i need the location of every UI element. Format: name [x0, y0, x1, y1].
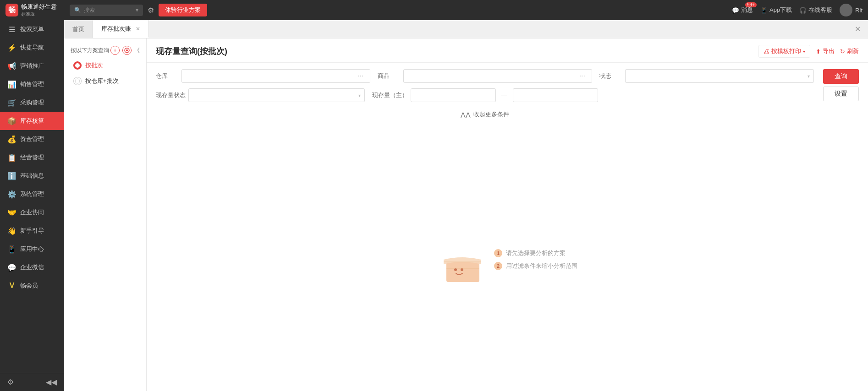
plan-icon-by-batch	[73, 61, 82, 70]
tab-bar-right: ✕	[851, 20, 868, 38]
add-plan-button[interactable]: +	[110, 46, 120, 55]
enterprise-coop-icon: 🤝	[7, 208, 16, 217]
app-center-icon: 📱	[7, 244, 16, 254]
refresh-button[interactable]: ↻ 刷新	[840, 47, 859, 55]
finance-icon: 💰	[7, 135, 16, 144]
sidebar-item-search-menu[interactable]: ☰ 搜索菜单	[0, 20, 64, 38]
sidebar-collapse-icon[interactable]: ◀◀	[46, 378, 57, 386]
sidebar-item-finance[interactable]: 💰 资金管理	[0, 130, 64, 148]
sidebar-settings-icon[interactable]: ⚙	[7, 378, 14, 386]
step-1-circle: 1	[494, 249, 502, 257]
sidebar-label-operations: 经营管理	[20, 153, 44, 162]
sidebar-item-purchase[interactable]: 🛒 采购管理	[0, 93, 64, 112]
system-icon: ⚙️	[7, 190, 16, 199]
basic-info-icon: ℹ️	[7, 171, 16, 180]
inventory-qty-from-wrapper[interactable]	[411, 88, 496, 102]
plan-item-by-warehouse-batch[interactable]: 按仓库+批次	[64, 73, 146, 89]
user-area[interactable]: Rit	[840, 4, 863, 16]
product-input-wrapper[interactable]: ···	[403, 69, 592, 83]
tab-close-icon[interactable]: ✕	[136, 26, 140, 32]
plan-icon-by-warehouse-batch	[73, 77, 82, 85]
plan-settings-button[interactable]	[122, 46, 132, 55]
inventory-qty-to-input[interactable]	[517, 92, 594, 99]
sidebar-label-new-user: 新手引导	[20, 227, 44, 235]
sidebar-label-vip-member: 畅会员	[20, 282, 38, 290]
warehouse-input-wrapper[interactable]: ···	[181, 69, 370, 83]
tab-bar: 首页 库存批次账 ✕ ✕	[64, 20, 868, 38]
export-button[interactable]: ⬆ 导出	[816, 47, 835, 55]
sidebar-item-new-user[interactable]: 👋 新手引导	[0, 222, 64, 240]
sidebar-label-marketing: 营销推广	[20, 62, 44, 70]
range-dash: —	[499, 92, 510, 99]
filter-status: 状态 ▾	[599, 69, 814, 83]
left-panel-header: 按以下方案查询 + 《	[64, 43, 146, 58]
page-header: 现存量查询(按批次) 🖨 按模板打印 ▾ ⬆ 导出 ↻	[147, 38, 868, 63]
print-label: 按模板打印	[771, 47, 801, 55]
sales-icon: 📊	[7, 80, 16, 89]
settings-button[interactable]: 设置	[823, 87, 859, 101]
sidebar-item-enterprise-coop[interactable]: 🤝 企业协同	[0, 203, 64, 222]
online-service-item[interactable]: 🎧 在线客服	[799, 6, 832, 14]
tab-home-label: 首页	[72, 25, 84, 33]
app-download-item[interactable]: 📱 App下载	[760, 6, 792, 14]
sidebar-footer: ⚙ ◀◀	[0, 373, 64, 391]
sidebar-label-system: 系统管理	[20, 190, 44, 198]
sidebar-label-app-center: 应用中心	[20, 245, 44, 253]
sidebar-item-operations[interactable]: 📋 经营管理	[0, 148, 64, 167]
sidebar-label-enterprise-wechat: 企业微信	[20, 263, 44, 272]
marketing-icon: 📢	[7, 61, 16, 71]
sidebar-item-inventory[interactable]: 📦 库存核算	[0, 112, 64, 130]
tab-bar-close-button[interactable]: ✕	[851, 23, 864, 35]
main-layout: ☰ 搜索菜单 ⚡ 快捷导航 📢 营销推广 📊 销售管理 🛒 采购管理 📦 库存核…	[0, 20, 868, 391]
collapse-more-label: 收起更多条件	[473, 110, 509, 119]
plan-item-by-batch[interactable]: 按批次	[64, 58, 146, 73]
status-select[interactable]: ▾	[625, 69, 814, 83]
svg-point-2	[75, 63, 80, 68]
sidebar-item-app-center[interactable]: 📱 应用中心	[0, 240, 64, 258]
inv-status-chevron-icon: ▾	[358, 93, 361, 98]
status-label: 状态	[599, 72, 622, 80]
sidebar-item-marketing[interactable]: 📢 营销推广	[0, 57, 64, 75]
sidebar-item-vip-member[interactable]: V 畅会员	[0, 277, 64, 295]
company-name: 畅康通好生意	[21, 3, 57, 11]
settings-icon[interactable]: ⚙	[148, 6, 154, 15]
collapse-more-button[interactable]: ⋀⋀ 收起更多条件	[156, 108, 814, 121]
svg-point-1	[126, 49, 128, 51]
enterprise-wechat-icon: 💬	[7, 263, 16, 272]
empty-step-2: 2 用过滤条件来缩小分析范围	[494, 262, 577, 270]
app-download-label: App下载	[769, 6, 792, 14]
messages-badge: 99+	[745, 2, 757, 7]
message-icon: 💬	[732, 7, 739, 14]
sidebar-item-basic-info[interactable]: ℹ️ 基础信息	[0, 167, 64, 185]
messages-item[interactable]: 💬 消息 99+	[732, 6, 753, 14]
empty-state: 1 请先选择要分析的方案 2 用过滤条件来缩小分析范围	[147, 128, 868, 391]
panel-collapse-icon[interactable]: 《	[134, 47, 140, 54]
inventory-qty-to-wrapper[interactable]	[513, 88, 598, 102]
sidebar-label-purchase: 采购管理	[20, 98, 44, 107]
search-icon: 🔍	[74, 7, 81, 13]
inventory-qty-from-input[interactable]	[415, 92, 492, 99]
edition-label: 标准版	[21, 11, 57, 17]
warehouse-more-dots[interactable]: ···	[355, 71, 366, 81]
tab-home[interactable]: 首页	[64, 20, 93, 38]
sidebar-item-enterprise-wechat[interactable]: 💬 企业微信	[0, 258, 64, 277]
print-button[interactable]: 🖨 按模板打印 ▾	[758, 45, 810, 58]
tab-inventory-batch[interactable]: 库存批次账 ✕	[93, 20, 149, 38]
sidebar-item-system[interactable]: ⚙️ 系统管理	[0, 185, 64, 203]
inventory-status-select[interactable]: ▾	[188, 88, 365, 102]
vip-member-icon: V	[7, 281, 16, 290]
warehouse-label: 仓库	[156, 72, 179, 80]
warehouse-input[interactable]	[186, 73, 355, 80]
experience-button[interactable]: 体验行业方案	[159, 4, 207, 16]
new-user-icon: 👋	[7, 226, 16, 235]
empty-step-1: 1 请先选择要分析的方案	[494, 249, 577, 257]
header-center: 体验行业方案	[159, 4, 727, 16]
header-search-area[interactable]: 🔍 搜索 ▾	[70, 5, 143, 16]
top-header: 畅 畅康通好生意 标准版 🔍 搜索 ▾ ⚙ 体验行业方案 💬 消息 99+ 📱 …	[0, 0, 868, 20]
sidebar-item-quick-nav[interactable]: ⚡ 快捷导航	[0, 38, 64, 57]
product-input[interactable]	[407, 73, 577, 80]
sidebar-item-sales[interactable]: 📊 销售管理	[0, 75, 64, 93]
svg-rect-4	[446, 262, 479, 282]
query-button[interactable]: 查询	[823, 69, 859, 84]
product-more-dots[interactable]: ···	[577, 71, 588, 81]
